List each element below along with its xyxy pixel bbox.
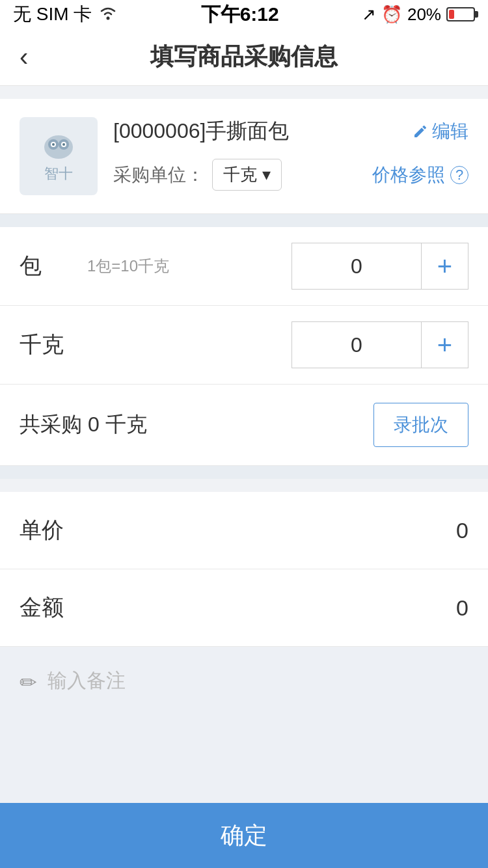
bag-label: 包	[20, 251, 72, 281]
unit-value: 千克	[223, 163, 257, 186]
svg-point-7	[62, 143, 65, 146]
unit-row: 采购单位： 千克 ▾ 价格参照 ?	[113, 159, 468, 191]
notes-placeholder: 输入备注	[47, 668, 126, 694]
price-ref-button[interactable]: 价格参照 ?	[372, 163, 468, 187]
carrier-label: 无 SIM 卡	[13, 2, 92, 27]
kg-plus-button[interactable]: +	[422, 321, 468, 368]
summary-text: 共采购 0 千克	[20, 411, 147, 439]
input-section: 包 1包=10千克 + 千克 + 共采购 0 千克 录批次	[0, 227, 488, 466]
product-image: 智十	[20, 117, 98, 195]
unit-select[interactable]: 千克 ▾	[212, 159, 282, 191]
svg-point-0	[107, 17, 110, 20]
kg-input-row: 千克 +	[0, 306, 488, 385]
summary-row: 共采购 0 千克 录批次	[0, 385, 488, 466]
product-card: 智十 [0000006]手撕面包 编辑 采购单位： 千克 ▾ 价格参照 ?	[0, 99, 488, 214]
section-divider-2	[0, 466, 488, 479]
status-left: 无 SIM 卡	[13, 2, 118, 27]
pencil-icon: ✏	[20, 670, 37, 695]
amount-value: 0	[456, 595, 468, 621]
unit-price-label: 单价	[20, 515, 64, 545]
amount-label: 金额	[20, 593, 64, 623]
page-title: 填写商品采购信息	[150, 41, 338, 73]
status-bar: 无 SIM 卡 下午6:12 ↗ ⏰ 20%	[0, 0, 488, 29]
batch-button[interactable]: 录批次	[373, 403, 468, 447]
bag-plus-button[interactable]: +	[422, 243, 468, 290]
kg-input[interactable]	[291, 321, 422, 368]
help-icon: ?	[450, 166, 468, 184]
time-label: 下午6:12	[201, 1, 279, 28]
kg-field-container: +	[291, 321, 468, 368]
kg-label: 千克	[20, 330, 72, 360]
wifi-icon	[98, 4, 118, 25]
status-right: ↗ ⏰ 20%	[362, 5, 475, 25]
location-icon: ↗	[362, 5, 376, 25]
edit-label: 编辑	[432, 119, 468, 144]
battery-icon	[446, 7, 475, 21]
nav-bar: ‹ 填写商品采购信息	[0, 29, 488, 86]
section-divider-1	[0, 214, 488, 227]
pricing-section: 单价 0 金额 0	[0, 492, 488, 647]
alarm-icon: ⏰	[381, 5, 402, 25]
dropdown-arrow-icon: ▾	[262, 165, 271, 185]
product-name-row: [0000006]手撕面包 编辑	[113, 117, 468, 146]
product-name: [0000006]手撕面包	[113, 117, 289, 146]
brand-text: 智十	[44, 164, 73, 183]
bag-input-row: 包 1包=10千克 +	[0, 227, 488, 306]
bag-field-container: +	[291, 243, 468, 290]
battery-label: 20%	[407, 5, 441, 25]
edit-button[interactable]: 编辑	[413, 119, 468, 144]
confirm-button[interactable]: 确定	[0, 803, 488, 868]
bag-input[interactable]	[291, 243, 422, 290]
price-ref-label: 价格参照	[372, 163, 445, 187]
bag-sub-label: 1包=10千克	[87, 256, 169, 277]
product-info: [0000006]手撕面包 编辑 采购单位： 千克 ▾ 价格参照 ?	[113, 117, 468, 191]
unit-price-value: 0	[456, 518, 468, 543]
unit-label: 采购单位： 千克 ▾	[113, 159, 282, 191]
unit-price-row: 单价 0	[0, 492, 488, 569]
amount-row: 金额 0	[0, 569, 488, 647]
svg-point-1	[44, 135, 73, 159]
svg-point-6	[52, 143, 55, 146]
back-button[interactable]: ‹	[20, 36, 34, 78]
